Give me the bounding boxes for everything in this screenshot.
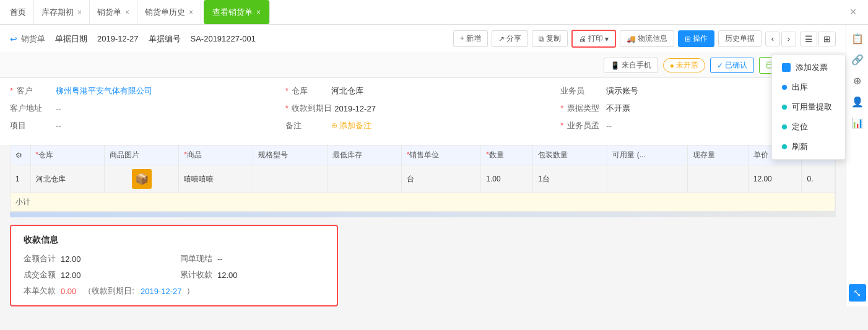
- tab-sales-order-close[interactable]: ×: [125, 8, 129, 17]
- doc-type-icon: ↩: [10, 34, 17, 44]
- operations-dropdown: 添加发票 出库 可用量提取 定位 刷新: [771, 54, 846, 160]
- remark-field: 备注 ⊕ 添加备注: [285, 120, 561, 131]
- current-due-label: 本单欠款: [24, 285, 56, 297]
- sidebar-user-icon[interactable]: 👤: [849, 93, 866, 110]
- from-phone-button[interactable]: 📱 来自手机: [604, 58, 658, 73]
- number-value: SA-20191227-001: [191, 34, 256, 43]
- row-more: 0.: [802, 165, 835, 193]
- dropdown-outbound[interactable]: 出库: [772, 77, 845, 97]
- row-image: 📦: [105, 165, 179, 193]
- list-view-button[interactable]: ☰: [800, 32, 817, 46]
- history-button[interactable]: 历史单据: [718, 30, 762, 47]
- row-unit-price: 12.00: [748, 165, 802, 193]
- prev-button[interactable]: ‹: [765, 32, 780, 46]
- sidebar-expand-icon[interactable]: ⤡: [849, 284, 866, 302]
- warehouse-field: * 仓库 河北仓库: [285, 85, 561, 97]
- ops-icon: ⊞: [685, 35, 691, 43]
- add-invoice-icon: [782, 63, 791, 72]
- outbound-icon: [782, 85, 787, 90]
- logistics-button[interactable]: 🚚 物流信息: [620, 30, 674, 47]
- due-date-value: 2019-12-27: [141, 287, 182, 296]
- project-value: --: [56, 121, 61, 131]
- tab-sales-history[interactable]: 销货单历史 ×: [137, 0, 201, 24]
- right-sidebar: 📋 🔗 ⊕ 👤 📊 ⤡: [846, 25, 868, 306]
- dropdown-refresh[interactable]: 刷新: [772, 137, 845, 157]
- form-row-1: * 客户 柳州粤港平安气体有限公司 * 仓库 河北仓库 业务员: [10, 85, 836, 97]
- customer-field: * 客户 柳州粤港平安气体有限公司: [10, 85, 285, 97]
- same-order-label: 同单现结: [180, 253, 212, 264]
- tab-view-sales[interactable]: 查看销货单 ×: [204, 0, 270, 24]
- sidebar-circle-icon[interactable]: ⊕: [849, 72, 866, 89]
- next-button[interactable]: ›: [781, 32, 796, 46]
- row-stock: [688, 165, 749, 193]
- tab-view-sales-close[interactable]: ×: [256, 8, 261, 17]
- copy-icon: ⧉: [539, 35, 544, 43]
- tab-bar: 首页 库存期初 × 销货单 × 销货单历史 × 查看销货单 × ×: [0, 0, 868, 25]
- form-row-2: 客户地址 -- * 收款到期日 2019-12-27 * 票据类型: [10, 103, 836, 114]
- col-stock: 现存量: [688, 145, 749, 165]
- row-pack-qty: 1台: [533, 165, 607, 193]
- print-icon: 🖨: [579, 35, 586, 43]
- payment-info-box: 收款信息 金额合计 12.00 同单现结 -- 成交金额 12.00 累计收款 …: [10, 225, 338, 306]
- check-icon: ✓: [717, 61, 723, 70]
- due-row: 本单欠款 0.00 （收款到期日: 2019-12-27 ）: [24, 285, 324, 297]
- transaction-value: 12.00: [61, 271, 81, 280]
- row-unit: 台: [401, 165, 480, 193]
- dropdown-locate[interactable]: 定位: [772, 117, 845, 137]
- share-button[interactable]: ↗ 分享: [492, 30, 528, 47]
- print-button[interactable]: 🖨 打印 ▾: [571, 30, 616, 48]
- table-scroll-indicator: [10, 212, 836, 217]
- payment-date-field: * 收款到期日 2019-12-27: [285, 103, 561, 114]
- row-available: [607, 165, 688, 193]
- remark-add[interactable]: ⊕ 添加备注: [331, 120, 372, 131]
- total-value: 12.00: [61, 254, 81, 264]
- tab-sales-order[interactable]: 销货单 ×: [90, 0, 137, 24]
- tab-home[interactable]: 首页: [5, 0, 34, 24]
- due-date-prefix: （收款到期日:: [84, 285, 134, 297]
- document-type: ↩ 销货单: [10, 33, 45, 45]
- sidebar-link-icon[interactable]: 🔗: [849, 51, 866, 68]
- tab-inventory-init-close[interactable]: ×: [77, 8, 82, 17]
- product-table: ⚙ *仓库 商品图片 *商品 规格型号 最低库存 *销售单位 *数量 包装数量 …: [10, 145, 836, 212]
- operations-button[interactable]: ⊞ 操作: [678, 30, 714, 47]
- total-label: 金额合计: [24, 253, 56, 264]
- share-icon: ↗: [498, 35, 505, 43]
- staff2-value: --: [606, 121, 612, 131]
- transaction-label: 成交金额: [24, 269, 56, 280]
- header-actions: + 新增 ↗ 分享 ⧉ 复制 🖨 打印 ▾ 🚚 物流信息: [453, 30, 836, 48]
- col-product: *商品: [179, 145, 253, 165]
- subtotal-row: 小计: [11, 193, 835, 212]
- ticket-type-value: 不开票: [606, 103, 630, 114]
- subtotal-label: 小计: [11, 193, 835, 212]
- dropdown-add-invoice[interactable]: 添加发票: [772, 58, 845, 77]
- document-header: ↩ 销货单 单据日期 2019-12-27 单据编号 SA-20191227-0…: [0, 25, 846, 53]
- grid-view-button[interactable]: ⊞: [818, 32, 836, 46]
- col-config[interactable]: ⚙: [11, 145, 30, 165]
- row-warehouse: 河北仓库: [30, 165, 105, 193]
- nav-arrows: ‹ ›: [765, 32, 796, 46]
- current-due-value: 0.00: [61, 287, 76, 296]
- sidebar-table-icon[interactable]: 📊: [849, 114, 866, 131]
- col-spec: 规格型号: [253, 145, 328, 165]
- row-product: 嘻嘻嘻嘻: [179, 165, 253, 193]
- dropdown-available-qty[interactable]: 可用量提取: [772, 97, 845, 117]
- number-label: 单据编号: [149, 33, 181, 45]
- total-amount-row: 金额合计 12.00: [24, 253, 168, 264]
- customer-value[interactable]: 柳州粤港平安气体有限公司: [56, 85, 152, 97]
- date-value: 2019-12-27: [97, 34, 139, 43]
- table-row: 1 河北仓库 📦 嘻嘻嘻嘻 台 1.00 1台 12.00: [11, 165, 835, 193]
- payment-grid: 金额合计 12.00 同单现结 -- 成交金额 12.00 累计收款 12.00: [24, 253, 324, 297]
- sidebar-info-icon[interactable]: 📋: [849, 30, 866, 47]
- copy-button[interactable]: ⧉ 复制: [532, 30, 568, 47]
- window-close-button[interactable]: ×: [843, 2, 863, 22]
- col-pack-qty: 包装数量: [533, 145, 607, 165]
- cumulative-label: 累计收款: [180, 269, 212, 280]
- date-label: 单据日期: [55, 33, 87, 45]
- confirm-button[interactable]: ✓ 已确认: [710, 58, 754, 73]
- col-warehouse: *仓库: [30, 145, 105, 165]
- not-opened-button[interactable]: ● 未开票: [663, 58, 705, 72]
- new-button[interactable]: + 新增: [453, 30, 488, 47]
- tab-sales-history-close[interactable]: ×: [189, 8, 193, 17]
- tab-inventory-init[interactable]: 库存期初 ×: [34, 0, 90, 24]
- form-section: * 客户 柳州粤港平安气体有限公司 * 仓库 河北仓库 业务员: [0, 78, 846, 145]
